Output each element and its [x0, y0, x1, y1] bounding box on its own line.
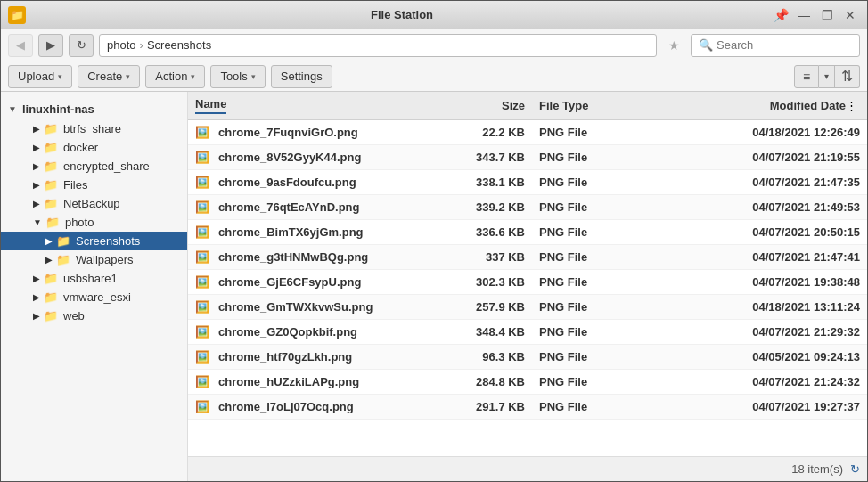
file-icon: 🖼️	[195, 350, 213, 364]
btrfs-expand: ▶	[33, 124, 40, 134]
file-row[interactable]: 🖼️ chrome_7FuqnviGrO.png 22.2 KB PNG Fil…	[188, 120, 867, 145]
file-modified: 04/07/2021 21:47:35	[641, 176, 860, 189]
file-row[interactable]: 🖼️ chrome_76qtEcAYnD.png 339.2 KB PNG Fi…	[188, 195, 867, 220]
sidebar-label-encrypted_share: encrypted_share	[63, 159, 150, 173]
files-expand: ▶	[33, 180, 40, 190]
file-icon: 🖼️	[195, 250, 213, 264]
file-size: 337 KB	[436, 250, 525, 264]
pin-button[interactable]: 📌	[771, 5, 790, 25]
file-type: PNG File	[525, 200, 641, 214]
docker-expand: ▶	[33, 143, 40, 152]
screenshots-expand: ▶	[45, 236, 53, 246]
sidebar-item-Files[interactable]: ▶ 📁 Files	[1, 176, 187, 194]
list-view-button[interactable]: ≡	[794, 65, 819, 88]
sidebar-root[interactable]: ▼ linuxhint-nas	[1, 99, 187, 119]
navigation-toolbar: ◀ ▶ ↻ photo › Screenshots ★ 🔍	[1, 29, 867, 61]
sidebar-item-web[interactable]: ▶ 📁 web	[1, 306, 187, 325]
folder-icon: 📁	[44, 122, 58, 135]
file-row[interactable]: 🖼️ chrome_g3tHNMwBQg.png 337 KB PNG File…	[188, 245, 867, 270]
web-expand: ▶	[33, 311, 40, 321]
folder-icon: 📁	[44, 309, 58, 323]
upload-label: Upload	[18, 69, 54, 83]
folder-icon: 📁	[45, 216, 60, 229]
window-controls: 📌 — ❐ ✕	[771, 5, 860, 25]
file-type: PNG File	[525, 176, 641, 189]
search-icon: 🔍	[699, 38, 713, 52]
minimize-button[interactable]: —	[794, 5, 814, 25]
sort-button[interactable]: ⇅	[835, 65, 860, 88]
column-header-size[interactable]: Size	[436, 99, 525, 112]
file-name: chrome_GZ0Qopkbif.png	[218, 325, 436, 339]
photo-expand: ▼	[33, 217, 42, 227]
forward-button[interactable]: ▶	[38, 34, 63, 57]
file-icon: 🖼️	[195, 375, 213, 388]
column-header-name[interactable]: Name	[195, 97, 436, 114]
netbackup-expand: ▶	[33, 199, 40, 208]
file-row[interactable]: 🖼️ chrome_9asFdoufcu.png 338.1 KB PNG Fi…	[188, 170, 867, 195]
file-size: 348.4 KB	[436, 325, 525, 339]
sidebar-label-Wallpapers: Wallpapers	[76, 253, 134, 266]
tools-button[interactable]: Tools ▾	[210, 65, 265, 88]
action-label: Action	[155, 69, 187, 83]
refresh-button[interactable]: ↻	[69, 34, 94, 57]
status-bar: 18 item(s) ↻	[188, 456, 867, 481]
search-bar: 🔍	[691, 34, 860, 57]
folder-icon: 📁	[44, 141, 58, 154]
close-button[interactable]: ✕	[840, 5, 860, 25]
file-row[interactable]: 🖼️ chrome_GZ0Qopkbif.png 348.4 KB PNG Fi…	[188, 320, 867, 345]
file-row[interactable]: 🖼️ chrome_GmTWXkvwSu.png 257.9 KB PNG Fi…	[188, 295, 867, 320]
file-row[interactable]: 🖼️ chrome_GjE6CFsypU.png 302.3 KB PNG Fi…	[188, 270, 867, 295]
settings-button[interactable]: Settings	[271, 65, 332, 88]
address-bar[interactable]: photo › Screenshots	[99, 34, 657, 57]
file-type: PNG File	[525, 300, 641, 314]
file-row[interactable]: 🖼️ chrome_8V52GyyK44.png 343.7 KB PNG Fi…	[188, 145, 867, 170]
sidebar-item-vmware_esxi[interactable]: ▶ 📁 vmware_esxi	[1, 288, 187, 306]
back-button[interactable]: ◀	[8, 34, 33, 57]
folder-icon: 📁	[44, 290, 58, 304]
create-label: Create	[87, 69, 122, 83]
file-row[interactable]: 🖼️ chrome_htf70gzLkh.png 96.3 KB PNG Fil…	[188, 345, 867, 370]
file-size: 343.7 KB	[436, 151, 525, 164]
file-type: PNG File	[525, 126, 641, 139]
sidebar-item-btrfs_share[interactable]: ▶ 📁 btrfs_share	[1, 119, 187, 138]
window-title: File Station	[33, 8, 771, 21]
sidebar-item-NetBackup[interactable]: ▶ 📁 NetBackup	[1, 194, 187, 213]
column-more[interactable]: ⋮	[846, 99, 860, 112]
action-arrow: ▾	[191, 72, 195, 81]
file-row[interactable]: 🖼️ chrome_hUZzkiLAPg.png 284.8 KB PNG Fi…	[188, 370, 867, 395]
file-modified: 04/07/2021 19:27:37	[641, 400, 860, 413]
file-modified: 04/05/2021 09:24:13	[641, 350, 860, 364]
action-button[interactable]: Action ▾	[145, 65, 205, 88]
sidebar-label-docker: docker	[63, 141, 98, 154]
file-name: chrome_9asFdoufcu.png	[218, 176, 436, 189]
create-button[interactable]: Create ▾	[78, 65, 140, 88]
sidebar-item-docker[interactable]: ▶ 📁 docker	[1, 138, 187, 157]
file-type: PNG File	[525, 325, 641, 339]
favorite-button[interactable]: ★	[662, 34, 685, 57]
column-header-type[interactable]: File Type	[525, 99, 641, 112]
file-name: chrome_7FuqnviGrO.png	[218, 126, 436, 139]
sidebar-item-usbshare1[interactable]: ▶ 📁 usbshare1	[1, 269, 187, 288]
file-modified: 04/07/2021 21:47:41	[641, 250, 860, 264]
address-part1: photo	[107, 38, 136, 52]
view-dropdown-button[interactable]: ▾	[819, 65, 835, 88]
search-input[interactable]	[717, 38, 841, 52]
maximize-button[interactable]: ❐	[817, 5, 837, 25]
usbshare-expand: ▶	[33, 274, 40, 283]
upload-button[interactable]: Upload ▾	[8, 65, 72, 88]
sidebar-item-Wallpapers[interactable]: ▶ 📁 Wallpapers	[1, 250, 187, 269]
file-name: chrome_hUZzkiLAPg.png	[218, 375, 436, 388]
sidebar-item-encrypted_share[interactable]: ▶ 📁 encrypted_share	[1, 157, 187, 176]
encrypted-expand: ▶	[33, 161, 40, 171]
file-row[interactable]: 🖼️ chrome_BimTX6yjGm.png 336.6 KB PNG Fi…	[188, 220, 867, 245]
file-type: PNG File	[525, 275, 641, 289]
file-row[interactable]: 🖼️ chrome_i7oLj07Ocq.png 291.7 KB PNG Fi…	[188, 395, 867, 420]
column-header-modified[interactable]: Modified Date	[641, 99, 846, 112]
folder-icon: 📁	[44, 178, 58, 192]
file-name: chrome_GmTWXkvwSu.png	[218, 300, 436, 314]
file-type: PNG File	[525, 151, 641, 164]
folder-icon: 📁	[44, 159, 58, 173]
status-refresh-icon[interactable]: ↻	[850, 462, 860, 476]
sidebar-item-Screenshots[interactable]: ▶ 📁 Screenshots	[1, 232, 187, 250]
sidebar-item-photo[interactable]: ▼ 📁 photo	[1, 213, 187, 232]
